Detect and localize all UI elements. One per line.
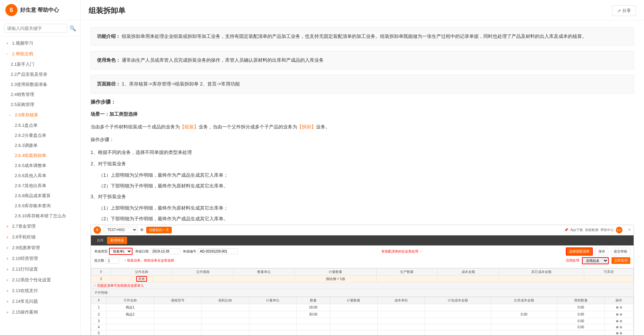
topbar-icons: 📌 App下载 初级检测 帮助中心 CC [564, 227, 623, 233]
sidebar-item-other-out[interactable]: 2.6.7其他出库单 [0, 181, 80, 191]
date-label: 单据日期 [135, 249, 149, 254]
sidebar-label-cases: 2.15操作案例 [12, 309, 38, 315]
sidebar-item-assembly[interactable]: 2.6.4组装拆卸单 [0, 151, 80, 161]
type-select[interactable]: 组装单据 拆卸单据 [109, 248, 132, 255]
feature-intro-box: 功能介绍： 组装拆卸单用来处理企业组装或拆卸等加工业务，支持有固定装配清单的产品… [91, 27, 634, 46]
table-row: 1 关米 按比例 = 1份 [91, 275, 634, 282]
sidebar-item-partial-count[interactable]: 2.6.2分量盘点单 [0, 130, 80, 141]
annotation-type: ↑ 组装业务、拆卸业务在这里选择 [124, 258, 174, 263]
sidebar-item-purchase[interactable]: 2.5采购管理 [0, 100, 80, 110]
sidebar-item-prep[interactable]: 2.3使用前数据准备 [0, 79, 80, 90]
sidebar-label-ops: 2.10经营管理 [12, 256, 38, 262]
parent-name-input[interactable]: 关米 [136, 276, 147, 282]
settings-icon: ⚙ [140, 228, 144, 232]
sidebar-item-inventory[interactable]: － 2.6库存核算 [0, 110, 80, 120]
app-screenshot: 6 TEST-H002 ⚙ 创建新的一天 📌 App下载 初级检测 帮助中心 C… [91, 225, 634, 335]
scene1-title: 场景一：加工类型选择 [91, 109, 634, 119]
sidebar-item-stock-count[interactable]: 2.6.1盘点单 [0, 120, 80, 130]
save-btn[interactable]: 保存 [595, 248, 608, 255]
form-row-1: 单据类型 组装单据 拆卸单据 单据日期 单据编号 [94, 247, 630, 256]
sidebar-label-mobile: 2.8手机旺铺 [12, 234, 36, 240]
help-label: 帮助中心 [600, 228, 614, 232]
upper-table-section: # 父件名称 父件规格 数量单位 计量数量 生产数量 成本金额 其它成本金额 可… [91, 268, 634, 283]
sidebar-label-print: 2.11打印设置 [12, 266, 38, 272]
share-button[interactable]: ↗ 分享 [612, 5, 636, 16]
enable-select[interactable]: 启用品名 [582, 257, 609, 264]
step-2: 2、对于组装业务 [91, 159, 634, 168]
screenshot-container: 6 TEST-H002 ⚙ 创建新的一天 📌 App下载 初级检测 帮助中心 C… [91, 225, 634, 335]
col-l-init-qty: 期初数量 [557, 297, 605, 304]
sidebar-item-new-user[interactable]: 2.1新手入门 [0, 59, 80, 69]
col-avail-stock: 可库存 [584, 268, 634, 275]
sidebar-item-cost-adjust[interactable]: 2.6.5成本调整单 [0, 161, 80, 171]
table-row: 30.00⊕ ⊖ [91, 318, 634, 324]
no-input[interactable] [198, 248, 238, 254]
app-logo: 6 [94, 226, 101, 234]
qty-label: 批次数 [94, 258, 104, 263]
no-label: 单据编号 [183, 249, 196, 254]
sidebar-item-mobile[interactable]: ＋ 2.8手机旺铺 [0, 232, 80, 242]
apply-btn[interactable]: 立即套用 [611, 257, 630, 264]
step-intro: 操作步骤： [91, 135, 634, 144]
date-input[interactable] [150, 248, 180, 254]
sidebar-item-coupon[interactable]: ＋ 2.9优惠券管理 [0, 242, 80, 253]
sidebar-item-videos[interactable]: ＋ 1.视频学习 [0, 38, 80, 49]
no-field: 单据编号 [183, 248, 238, 254]
create-day-button[interactable]: 创建新的一天 [146, 227, 172, 233]
role-label: 使用角色： [97, 57, 120, 63]
close-icon[interactable]: ✕ [628, 228, 631, 232]
nav-new-doc[interactable]: 新增单据 [107, 237, 127, 244]
sidebar-item-online-pay[interactable]: ＋ 2.13在线支付 [0, 285, 80, 296]
col-measure-qty: 计量数量 [295, 268, 376, 275]
sidebar-item-cost-reset[interactable]: 2.6.8商品成本重算 [0, 191, 80, 201]
col-parent-name: 父件名称 [111, 268, 172, 275]
path-label: 页面路径： [97, 81, 120, 87]
qty-field: 批次数 [94, 258, 119, 264]
sidebar-item-other-in[interactable]: 2.6.6其他入库单 [0, 171, 80, 181]
pin-icon: 📌 [564, 228, 568, 232]
select-config-btn[interactable]: 选择装配清单 [566, 247, 593, 256]
expand-pay-icon: ＋ [5, 288, 10, 294]
company-select[interactable]: TEST-H002 [104, 227, 138, 233]
main-content: 功能介绍： 组装拆卸单用来处理企业组装或拆卸等加工业务，支持有固定装配清单的产品… [80, 20, 644, 335]
sidebar-item-install[interactable]: 2.2产品安装及登录 [0, 69, 80, 79]
date-field: 单据日期 [135, 248, 180, 254]
step-2-1: （1）上部明细为父件明细，最终作为产成品生成其它入库单； [99, 170, 634, 180]
app-download-label: App下载 [570, 228, 583, 232]
sidebar-item-capital[interactable]: ＋ 2.7资金管理 [0, 221, 80, 232]
main-header: 组装拆卸单 ↗ 分享 [80, 0, 644, 20]
sidebar-label-capital: 2.7资金管理 [12, 223, 36, 229]
qty-input[interactable] [106, 258, 119, 264]
search-input[interactable] [4, 24, 67, 33]
sidebar-item-ops[interactable]: ＋ 2.10经营管理 [0, 253, 80, 264]
col-qty-unit: 数量单位 [233, 268, 295, 275]
col-l-num: # [91, 297, 107, 304]
nav-home[interactable]: 自库 [94, 237, 107, 244]
sidebar-item-ledger-query[interactable]: 2.6.9库存账本查询 [0, 201, 80, 211]
annotation-area: ↑ 无固定清单可在组装在这里录入 [91, 283, 634, 289]
role-text: 通常由生产人员或库管人员完成拆装业务的操作，库管人员确认原材料的出库和产成品的入… [122, 57, 324, 63]
sidebar-item-personalize[interactable]: ＋ 2.12系统个性化设置 [0, 275, 80, 285]
search-button[interactable]: 🔍 [69, 25, 76, 32]
annotation-no-bom: ↑ 无固定清单可在组装在这里录入 [91, 283, 634, 289]
feature-intro-text: 组装拆卸单用来处理企业组装或拆卸等加工业务，支持有固定装配清单的产品加工业务，也… [122, 34, 587, 39]
sidebar-item-cases[interactable]: ＋ 2.15操作案例 [0, 307, 80, 318]
sidebar-item-print[interactable]: ＋ 2.11打印设置 [0, 264, 80, 275]
feature-intro-label: 功能介绍： [97, 34, 120, 39]
sidebar-item-sales[interactable]: 2.4销售管理 [0, 90, 80, 100]
sidebar-item-docs[interactable]: － 2.帮助文档 [0, 49, 80, 59]
col-cost: 成本金额 [438, 268, 499, 275]
share-label: 分享 [622, 8, 631, 14]
col-l-plan-cost: 计划成本金额 [425, 297, 491, 304]
sidebar-item-ledger-error[interactable]: 2.6.10库存账本错了怎么办 [0, 211, 80, 221]
sidebar-item-faq[interactable]: ＋ 2.14常见问题 [0, 296, 80, 307]
expand-ops-icon: ＋ [5, 256, 10, 262]
path-box: 页面路径： 1、库存核算->库存管理->组装拆卸单 2、首页->常用功能 [91, 75, 634, 93]
expand-icon: ＋ [5, 41, 10, 46]
lower-table: # 子件名称 规格型号 损耗比例 计量单位 数量 计量数量 成本单价 计划成本金… [91, 297, 634, 335]
sidebar-item-adjust[interactable]: 2.6.3调拨单 [0, 141, 80, 151]
main-area: 组装拆卸单 ↗ 分享 功能介绍： 组装拆卸单用来处理企业组装或拆卸等加工业务，支… [80, 0, 644, 335]
submit-btn[interactable]: 提交审核 [611, 248, 630, 255]
sidebar-label-videos: 1.视频学习 [12, 40, 33, 46]
cell-meas-qty: 按比例 = 1份 [295, 275, 376, 282]
